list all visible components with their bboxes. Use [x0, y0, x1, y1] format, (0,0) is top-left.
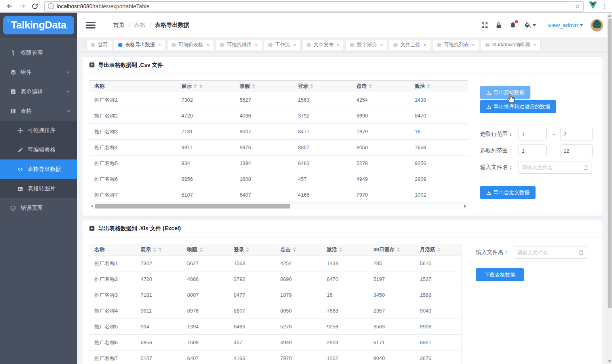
column-header[interactable]: 激活: [322, 244, 368, 256]
column-header[interactable]: 点击: [351, 81, 410, 92]
table-row: 推广名称6685616084574949290961716851: [89, 335, 461, 351]
avatar[interactable]: [591, 19, 603, 32]
tab-close-icon[interactable]: ×: [423, 42, 427, 48]
tab-close-icon[interactable]: ×: [158, 42, 161, 48]
column-header[interactable]: 30日留存: [368, 244, 415, 256]
sort-caret-icon[interactable]: [310, 84, 313, 89]
export-raw-data-button[interactable]: 导出原始数据: [480, 86, 530, 99]
scroll-down-arrow-icon[interactable]: [607, 358, 612, 364]
column-header[interactable]: 点击: [275, 244, 322, 256]
tab-item[interactable]: 首页: [86, 40, 112, 50]
table-cell: 9256: [322, 324, 368, 330]
sidebar-item-drag-sort[interactable]: 可拖拽排序: [0, 121, 77, 140]
scroll-left-arrow-icon[interactable]: [89, 203, 95, 209]
vue-devtools-icon[interactable]: [589, 2, 597, 11]
tab-item[interactable]: 表格导出数据×: [114, 40, 166, 50]
sidebar-item-table-to-image[interactable]: 表格转图片: [0, 179, 77, 198]
column-header[interactable]: 唤醒: [182, 244, 229, 256]
filter-icon[interactable]: [199, 84, 203, 89]
column-header[interactable]: 月活跃: [415, 244, 461, 256]
sort-caret-icon[interactable]: [427, 84, 430, 89]
notification-bell-icon[interactable]: [509, 21, 517, 29]
sort-caret-icon[interactable]: [437, 247, 440, 252]
sort-caret-icon[interactable]: [293, 247, 296, 252]
column-header[interactable]: 激活: [410, 81, 468, 92]
xls-filename-input[interactable]: [514, 246, 587, 259]
column-header[interactable]: 登录: [229, 244, 275, 256]
table-horizontal-scrollbar[interactable]: [89, 203, 468, 209]
sidebar-item-exportable-table[interactable]: 表格导出数据: [0, 159, 77, 179]
user-dropdown[interactable]: iview_admin: [547, 22, 583, 28]
download-table-data-button[interactable]: 下载表格数据: [476, 268, 524, 281]
browser-forward-icon[interactable]: [17, 2, 27, 11]
sort-caret-icon[interactable]: [339, 247, 342, 252]
sidebar-item-error-pages[interactable]: 错误页面: [0, 198, 77, 218]
tab-close-icon[interactable]: ×: [337, 42, 340, 48]
tab-item[interactable]: 文章发布×: [302, 40, 344, 50]
sort-caret-icon[interactable]: [194, 84, 197, 89]
scrollbar-thumb[interactable]: [608, 19, 612, 308]
col-range-to-input[interactable]: [560, 144, 593, 157]
tab-item[interactable]: 可拖拽排序×: [215, 40, 262, 50]
tab-item[interactable]: 数字渐变×: [345, 40, 387, 50]
filter-icon[interactable]: [158, 248, 162, 252]
browser-refresh-icon[interactable]: [30, 2, 40, 11]
url-bar[interactable]: i localhost:8080/tables/exportableTable …: [44, 1, 584, 11]
tab-close-icon[interactable]: ×: [533, 42, 536, 48]
sidebar-item-components[interactable]: 组件: [0, 63, 77, 82]
tab-item[interactable]: 可拖拽列表×: [433, 40, 479, 50]
card-title: 导出表格数据到 .Xls 文件 (Excel): [98, 225, 181, 232]
table-cell: 9256: [410, 160, 468, 166]
scrollbar-thumb[interactable]: [95, 204, 290, 209]
export-custom-data-button[interactable]: 导出自定义数据: [480, 186, 536, 199]
breadcrumb-tables[interactable]: 表格: [134, 21, 145, 29]
column-header[interactable]: 唤醒: [235, 81, 293, 92]
csv-filename-input[interactable]: [518, 161, 591, 174]
bookmark-star-icon[interactable]: ☆: [575, 3, 580, 10]
tab-label: 首页: [98, 42, 108, 48]
sidebar-item-tables[interactable]: 表格: [0, 101, 77, 121]
sort-caret-icon[interactable]: [153, 247, 156, 252]
scroll-up-arrow-icon[interactable]: [607, 13, 612, 18]
page-scrollbar[interactable]: [607, 13, 612, 364]
fullscreen-icon[interactable]: [481, 21, 488, 29]
talkingdata-logo[interactable]: TalkingData: [3, 16, 74, 34]
page-info-icon[interactable]: i: [48, 3, 54, 9]
tables-submenu: 可拖拽排序 可编辑表格 表格导出数据 表格转图片: [0, 121, 77, 198]
scroll-right-arrow-icon[interactable]: [462, 203, 468, 209]
table-cell: 推广名称2: [89, 276, 135, 283]
tab-item[interactable]: 文件上传×: [389, 40, 431, 50]
row-range-to-input[interactable]: [560, 128, 593, 140]
browser-back-icon[interactable]: [5, 2, 14, 11]
lock-icon[interactable]: [495, 22, 502, 29]
breadcrumb-home[interactable]: 首页: [113, 21, 124, 29]
sort-caret-icon[interactable]: [252, 84, 255, 89]
browser-menu-icon[interactable]: ⋮: [601, 3, 607, 10]
sort-caret-icon[interactable]: [246, 247, 249, 252]
tab-close-icon[interactable]: ×: [293, 42, 296, 48]
table-cell: 7302: [176, 97, 235, 103]
col-range-from-input[interactable]: [518, 144, 547, 157]
tab-item[interactable]: Markdown编辑器×: [481, 40, 541, 50]
theme-paint-icon[interactable]: [524, 21, 536, 29]
table-cell: 1438: [410, 97, 468, 103]
tab-close-icon[interactable]: ×: [255, 42, 258, 48]
tab-close-icon[interactable]: ×: [206, 42, 210, 48]
xls-table: 名称展示唤醒登录点击激活30日留存月活跃推广名称1730256271563425…: [89, 244, 461, 364]
column-header[interactable]: 展示: [135, 244, 182, 256]
sidebar-item-permission[interactable]: 权限管理: [0, 43, 77, 63]
tab-item[interactable]: 工作流×: [264, 40, 301, 50]
row-range-from-input[interactable]: [518, 128, 547, 140]
tab-close-icon[interactable]: ×: [380, 42, 383, 48]
sidebar-item-editable-table[interactable]: 可编辑表格: [0, 140, 77, 159]
column-header[interactable]: 展示: [176, 81, 235, 92]
sort-caret-icon[interactable]: [397, 247, 400, 252]
hamburger-menu-icon[interactable]: [86, 22, 95, 28]
export-sorted-filtered-button[interactable]: 导出排序和过滤后的数据: [480, 100, 556, 113]
tab-item[interactable]: 可编辑表格×: [167, 40, 214, 50]
sort-caret-icon[interactable]: [369, 84, 372, 89]
tab-close-icon[interactable]: ×: [472, 42, 475, 48]
column-header[interactable]: 登录: [293, 81, 351, 92]
sort-caret-icon[interactable]: [200, 247, 203, 252]
sidebar-item-form-edit[interactable]: 表单编辑: [0, 82, 77, 101]
